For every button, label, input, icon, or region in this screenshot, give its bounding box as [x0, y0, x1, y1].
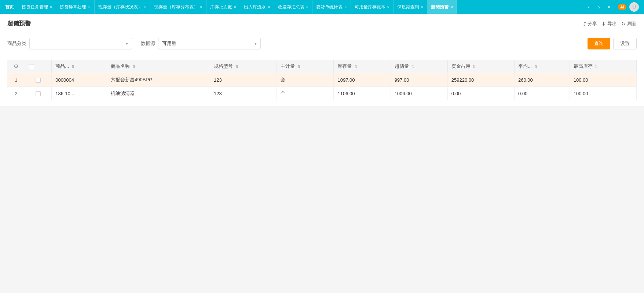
col-overstock-sort-icon: ⇅: [411, 64, 414, 68]
nav-tab-batch-account-close[interactable]: ×: [234, 5, 236, 9]
cell-max-stock: 100.00: [570, 87, 636, 100]
nav-tab-shelf-life-close[interactable]: ×: [421, 5, 423, 9]
col-unit-label: 主计量: [281, 63, 295, 69]
nav-tab-pick-task-label: 拣货任务管理: [22, 4, 48, 10]
nav-tab-receive-summary-close[interactable]: ×: [306, 5, 308, 9]
share-icon: ⤴: [583, 21, 586, 27]
cell-product-code: 186-10...: [52, 87, 107, 100]
settings-gear-icon[interactable]: ⚙: [14, 63, 18, 69]
nav-tab-order-stats[interactable]: 要货单统计表 ×: [312, 0, 351, 14]
page-title: 超储预警: [7, 20, 31, 27]
table-row: 2186-10...机油滤清器123个1106.001006.000.000.0…: [7, 87, 637, 100]
cell-spec: 123: [210, 87, 277, 100]
user-avatar[interactable]: U: [629, 2, 639, 12]
product-category-filter: 商品分类 ▾: [7, 38, 132, 49]
product-category-select[interactable]: ▾: [29, 38, 132, 49]
cell-spec: 123: [210, 73, 277, 87]
nav-scroll-left-button[interactable]: ‹: [583, 0, 594, 14]
nav-tab-shelf-life-label: 保质期查询: [397, 4, 419, 10]
data-table: ⚙ 商品... ⇅ 商品名称 ⇅ 规格型号 ⇅ 主计量: [7, 60, 637, 100]
nav-tab-pick-task[interactable]: 拣货任务管理 ×: [18, 0, 56, 14]
nav-tab-overstock-warning[interactable]: 超储预警 ×: [427, 0, 457, 14]
share-label: 分享: [588, 21, 597, 27]
col-avg[interactable]: 平均... ⇅: [515, 60, 570, 73]
nav-tab-available-ledger-close[interactable]: ×: [387, 5, 389, 9]
share-action[interactable]: ⤴ 分享: [583, 21, 597, 27]
nav-tab-inventory-dist-close[interactable]: ×: [200, 5, 202, 9]
col-spec[interactable]: 规格型号 ⇅: [210, 60, 277, 73]
col-product-code-label: 商品...: [55, 63, 69, 69]
col-product-code-sort-icon: ⇅: [72, 64, 74, 68]
col-spec-label: 规格型号: [214, 63, 233, 69]
table-body: 10000004六配套新昌490BPG123套1097.00997.002592…: [7, 73, 637, 100]
data-source-arrow-icon: ▾: [255, 41, 257, 46]
export-icon: ⬇: [601, 21, 606, 27]
nav-tab-overstock-warning-close[interactable]: ×: [450, 5, 453, 9]
nav-tab-inventory-status-close[interactable]: ×: [144, 5, 146, 9]
top-navigation: 首页 拣货任务管理 × 拣货异常处理 × 现存量（库存状况表） × 现存量（库存…: [0, 0, 644, 14]
nav-tab-inventory-dist-label: 现存量（库存分布表）: [154, 4, 198, 10]
nav-tab-available-ledger[interactable]: 可用量库存账本 ×: [351, 0, 394, 14]
refresh-action[interactable]: ↻ 刷新: [621, 21, 637, 27]
nav-tab-inout-flow-close[interactable]: ×: [268, 5, 270, 9]
query-button[interactable]: 查询: [588, 38, 610, 49]
data-source-select[interactable]: 可用量 ▾: [158, 38, 261, 49]
page-header: 超储预警 ⤴ 分享 ⬇ 导出 ↻ 刷新: [7, 20, 637, 27]
col-stock-label: 库存量: [337, 63, 352, 69]
nav-tab-pick-exception-close[interactable]: ×: [88, 5, 90, 9]
nav-tab-pick-task-close[interactable]: ×: [50, 5, 52, 9]
cell-product-name: 六配套新昌490BPG: [107, 73, 210, 87]
nav-tab-batch-account[interactable]: 库存批次账 ×: [206, 0, 240, 14]
nav-tab-receive-summary-label: 收发存汇总表: [278, 4, 304, 10]
col-product-code[interactable]: 商品... ⇅: [52, 60, 107, 73]
col-overstock[interactable]: 超储量 ⇅: [391, 60, 447, 73]
select-all-checkbox[interactable]: [29, 64, 34, 69]
nav-tab-home-label: 首页: [5, 4, 14, 10]
user-area: Ai U: [614, 0, 643, 14]
nav-tab-receive-summary[interactable]: 收发存汇总表 ×: [274, 0, 312, 14]
col-checkbox: [25, 60, 52, 73]
nav-tab-pick-exception[interactable]: 拣货异常处理 ×: [56, 0, 94, 14]
cell-avg: 0.00: [515, 87, 570, 100]
export-action[interactable]: ⬇ 导出: [601, 21, 617, 27]
nav-tab-inventory-status[interactable]: 现存量（库存状况表） ×: [95, 0, 150, 14]
nav-scroll-right-button[interactable]: ›: [594, 0, 604, 14]
col-avg-label: 平均...: [518, 63, 532, 69]
nav-tab-order-stats-close[interactable]: ×: [344, 5, 347, 9]
nav-tab-home[interactable]: 首页: [1, 0, 18, 14]
cell-product-code: 0000004: [52, 73, 107, 87]
col-spec-sort-icon: ⇅: [235, 64, 238, 68]
page-content: 超储预警 ⤴ 分享 ⬇ 导出 ↻ 刷新 商品分类 ▾ 数据源: [0, 14, 644, 106]
col-avg-sort-icon: ⇅: [534, 64, 537, 68]
cell-unit: 套: [277, 73, 334, 87]
col-overstock-label: 超储量: [395, 63, 409, 69]
col-stock-sort-icon: ⇅: [354, 64, 357, 68]
nav-tab-inout-flow[interactable]: 出入库流水 ×: [240, 0, 274, 14]
col-unit[interactable]: 主计量 ⇅: [277, 60, 334, 73]
table-row: 10000004六配套新昌490BPG123套1097.00997.002592…: [7, 73, 637, 87]
cell-capital-usage: 259220.00: [447, 73, 514, 87]
export-label: 导出: [607, 21, 617, 27]
nav-close-all-button[interactable]: ×: [604, 0, 614, 14]
nav-tab-shelf-life[interactable]: 保质期查询 ×: [394, 0, 427, 14]
cell-row-num: 2: [7, 87, 25, 100]
col-capital-usage-sort-icon: ⇅: [473, 64, 476, 68]
cell-checkbox: [25, 87, 52, 100]
col-max-stock[interactable]: 最高库存 ⇅: [570, 60, 636, 73]
row-1-checkbox[interactable]: [36, 91, 41, 96]
col-settings[interactable]: ⚙: [7, 60, 25, 73]
row-0-checkbox[interactable]: [36, 78, 41, 83]
ai-badge[interactable]: Ai: [618, 4, 626, 10]
nav-tab-inventory-dist[interactable]: 现存量（库存分布表） ×: [150, 0, 206, 14]
data-source-label: 数据源: [141, 40, 155, 47]
settings-button[interactable]: 设置: [613, 38, 637, 49]
col-capital-usage[interactable]: 资金占用 ⇅: [447, 60, 514, 73]
cell-max-stock: 100.00: [570, 73, 636, 87]
col-stock[interactable]: 库存量 ⇅: [334, 60, 391, 73]
cell-stock: 1106.00: [334, 87, 391, 100]
filter-area: 商品分类 ▾ 数据源 可用量 ▾ 查询 设置: [7, 33, 637, 54]
col-product-name[interactable]: 商品名称 ⇅: [107, 60, 210, 73]
nav-tab-pick-exception-label: 拣货异常处理: [60, 4, 86, 10]
product-category-arrow-icon: ▾: [126, 41, 128, 46]
col-capital-usage-label: 资金占用: [451, 63, 471, 69]
